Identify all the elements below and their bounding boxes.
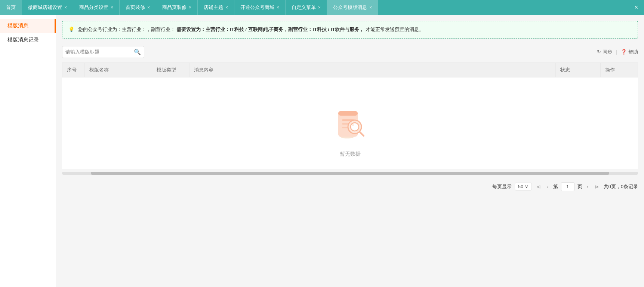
empty-illustration <box>328 100 373 145</box>
sidebar: 模版消息 模版消息记录 <box>0 15 56 287</box>
page-size-select[interactable]: 50 ∨ <box>515 183 532 190</box>
svg-line-8 <box>360 132 364 136</box>
col-status: 状态 <box>556 62 601 77</box>
tab-open-mall[interactable]: 开通公众号商城 × <box>234 0 286 15</box>
content-area: 💡 您的公众号行业为：主营行业：，副营行业： 需要设置为：主营行业：IT科技 /… <box>56 15 644 287</box>
prev-page-button[interactable]: ‹ <box>545 183 550 190</box>
empty-text: 暂无数据 <box>340 151 361 158</box>
toolbar-right: ↻ 同步 | ❓ 帮助 <box>597 49 638 55</box>
svg-point-7 <box>351 123 359 131</box>
tab-store-settings[interactable]: 微商城店铺设置 × <box>22 0 73 15</box>
notice-suffix: 才能正常发送预置的消息。 <box>366 27 424 32</box>
first-page-button[interactable]: ⊲ <box>535 183 542 190</box>
tab-product-decor[interactable]: 商品页装修 × <box>156 0 198 15</box>
sync-button[interactable]: ↻ 同步 <box>597 49 612 55</box>
tab-close-store-theme[interactable]: × <box>225 5 228 10</box>
scrollbar-thumb[interactable] <box>91 172 609 175</box>
sidebar-item-template-msg-record[interactable]: 模版消息记录 <box>0 33 56 47</box>
tab-close-category[interactable]: × <box>111 5 113 10</box>
col-action: 操作 <box>601 62 638 77</box>
page-label: 第 <box>553 183 558 190</box>
data-table: 序号 模版名称 模版类型 消息内容 状态 操作 <box>62 62 638 169</box>
page-unit: 页 <box>577 183 582 190</box>
horizontal-scrollbar[interactable] <box>62 172 638 175</box>
last-page-button[interactable]: ⊳ <box>593 183 601 190</box>
tab-close-custom-menu[interactable]: × <box>318 5 321 10</box>
tab-home-decor[interactable]: 首页装修 × <box>120 0 156 15</box>
tab-close-home-decor[interactable]: × <box>147 5 150 10</box>
svg-point-9 <box>352 124 354 126</box>
col-template-name: 模版名称 <box>85 62 152 77</box>
sidebar-item-template-msg[interactable]: 模版消息 <box>0 19 56 33</box>
page-size-value: 50 <box>518 184 523 189</box>
pagination-row: 每页显示 50 ∨ ⊲ ‹ 第 页 › ⊳ 共0页，0条记录 <box>62 178 638 191</box>
tab-bar: 首页 微商城店铺设置 × 商品分类设置 × 首页装修 × 商品页装修 × 店铺主… <box>0 0 644 15</box>
col-message-content: 消息内容 <box>189 62 556 77</box>
page-size-label: 每页显示 <box>492 183 512 190</box>
empty-state: 暂无数据 <box>62 77 638 169</box>
col-template-type: 模版类型 <box>152 62 189 77</box>
next-page-button[interactable]: › <box>585 183 590 190</box>
sync-icon: ↻ <box>597 49 601 55</box>
help-button[interactable]: ❓ 帮助 <box>621 49 638 55</box>
tab-custom-menu[interactable]: 自定义菜单 × <box>286 0 327 15</box>
tab-store-theme[interactable]: 店铺主题 × <box>198 0 234 15</box>
page-number-input[interactable] <box>561 182 574 191</box>
chevron-down-icon: ∨ <box>525 184 529 189</box>
tab-close-open-mall[interactable]: × <box>277 5 279 10</box>
tab-close-product-decor[interactable]: × <box>189 5 191 10</box>
main-layout: 模版消息 模版消息记录 💡 您的公众号行业为：主营行业：，副营行业： 需要设置为… <box>0 15 644 287</box>
toolbar: 🔍 ↻ 同步 | ❓ 帮助 <box>62 46 638 58</box>
tab-close-store-settings[interactable]: × <box>64 5 67 10</box>
tab-home[interactable]: 首页 <box>0 0 22 15</box>
tab-category-settings[interactable]: 商品分类设置 × <box>73 0 120 15</box>
notice-icon: 💡 <box>68 27 74 32</box>
notice-box: 💡 您的公众号行业为：主营行业：，副营行业： 需要设置为：主营行业：IT科技 /… <box>62 21 638 39</box>
search-input[interactable] <box>65 49 134 55</box>
search-icon[interactable]: 🔍 <box>134 49 141 55</box>
total-label: 共0页，0条记录 <box>604 183 638 190</box>
svg-rect-2 <box>338 111 358 116</box>
global-close-button[interactable]: × <box>629 4 644 11</box>
notice-prefix: 您的公众号行业为：主营行业：，副营行业： <box>78 27 175 32</box>
search-input-wrap[interactable]: 🔍 <box>62 46 144 58</box>
notice-highlight: 需要设置为：主营行业：IT科技 / 互联网|电子商务，副营行业：IT科技 / I… <box>176 27 364 32</box>
help-icon: ❓ <box>621 49 627 55</box>
toolbar-divider: | <box>616 49 617 55</box>
tab-template-msg[interactable]: 公众号模版消息 × <box>327 0 378 15</box>
tab-close-template-msg[interactable]: × <box>369 5 372 10</box>
col-index: 序号 <box>62 62 85 77</box>
